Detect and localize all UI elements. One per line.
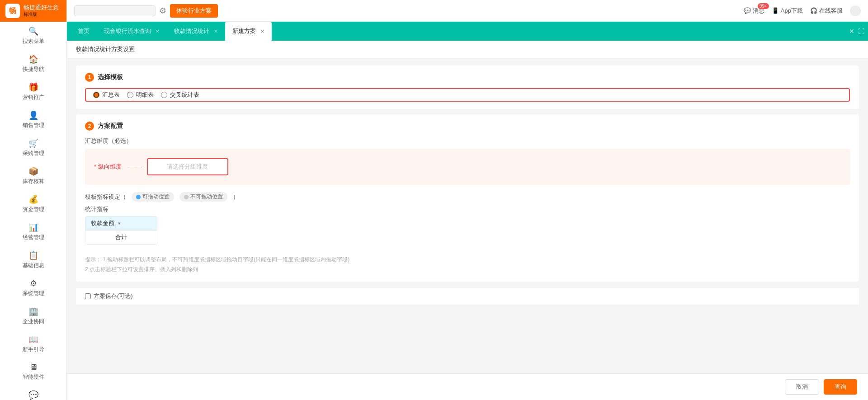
- sidebar-item-system[interactable]: ⚙系统管理: [0, 274, 66, 302]
- save-checkbox[interactable]: [85, 293, 91, 299]
- sidebar-item-hardware[interactable]: 🖥智能硬件: [0, 358, 66, 386]
- sidebar-item-label-nav: 快捷导航: [23, 66, 44, 73]
- indicator-column-header[interactable]: 收款金额 ▾: [85, 216, 157, 231]
- sidebar-item-search[interactable]: 🔍搜索菜单: [0, 22, 66, 50]
- app-label: App下载: [781, 7, 803, 15]
- radio-summary-input[interactable]: [93, 92, 99, 98]
- gear-button[interactable]: ⚙: [159, 6, 166, 16]
- radio-cross-input[interactable]: [161, 92, 167, 98]
- non-draggable-badge: 不可拖动位置: [179, 192, 227, 202]
- tab-bank-close[interactable]: ✕: [156, 28, 160, 34]
- tab-new-plan[interactable]: 新建方案 ✕: [225, 22, 272, 41]
- service-label: 在线客服: [819, 7, 843, 15]
- page-header: 收款情况统计方案设置: [67, 41, 868, 58]
- try-industry-button[interactable]: 体验行业方案: [170, 4, 218, 18]
- sidebar-item-purchase[interactable]: 🛒采购管理: [0, 134, 66, 162]
- sidebar-item-nav[interactable]: 🏠快捷导航: [0, 50, 66, 78]
- indicator-title-text: 模板指标设定（: [85, 193, 126, 201]
- service-icon: 🎧: [810, 7, 817, 14]
- arrow-label: ——: [127, 163, 142, 171]
- sidebar-item-wechat[interactable]: 💬企业微信: [0, 386, 66, 400]
- nav-tabs: 首页 现金银行流水查询 ✕ 收款情况统计 ✕ 新建方案 ✕ ✕ ⛶: [67, 22, 868, 41]
- sidebar-item-sales[interactable]: 👤销售管理: [0, 106, 66, 134]
- content-area: 收款情况统计方案设置 1 选择模板 汇总表 明细表: [67, 41, 868, 400]
- sidebar-item-label-basic: 基础信息: [23, 262, 44, 269]
- service-button[interactable]: 🎧 在线客服: [810, 7, 843, 15]
- dimension-selector[interactable]: 请选择分组维度: [147, 158, 228, 175]
- sidebar-item-inventory[interactable]: 📦库存核算: [0, 162, 66, 190]
- sidebar-item-finance[interactable]: 💰资金管理: [0, 190, 66, 218]
- logo-title: 畅捷通好生意: [24, 4, 59, 11]
- hardware-icon: 🖥: [29, 362, 38, 372]
- section-config: 2 方案配置 汇总维度（必选） * 纵向维度 —— 请选择分组维度: [76, 114, 859, 282]
- page-body: 1 选择模板 汇总表 明细表 交叉统计表: [67, 58, 868, 373]
- purchase-icon: 🛒: [28, 138, 38, 148]
- indicator-table: 收款金额 ▾ 合计: [85, 216, 157, 245]
- close-window-icon[interactable]: ✕: [849, 28, 854, 35]
- radio-detail-input[interactable]: [127, 92, 133, 98]
- sidebar: 畅 畅捷通好生意 标准版 🔍搜索菜单🏠快捷导航🎁营销推广👤销售管理🛒采购管理📦库…: [0, 0, 67, 400]
- radio-summary[interactable]: 汇总表: [93, 91, 120, 99]
- message-badge: 99+: [758, 3, 769, 9]
- radio-cross[interactable]: 交叉统计表: [161, 91, 199, 99]
- section-num-1: 1: [85, 73, 94, 82]
- sidebar-item-label-operation: 经营管理: [23, 234, 44, 241]
- save-checkbox-label[interactable]: 方案保存(可选): [85, 292, 133, 300]
- footer-buttons: 取消 查询: [67, 373, 868, 400]
- query-button[interactable]: 查询: [824, 379, 857, 395]
- dimension-area: * 纵向维度 —— 请选择分组维度: [85, 149, 850, 185]
- message-icon: 💬: [744, 7, 751, 14]
- section-template: 1 选择模板 汇总表 明细表 交叉统计表: [76, 66, 859, 109]
- sidebar-item-corp[interactable]: 🏢企业协同: [0, 302, 66, 330]
- page-title: 收款情况统计方案设置: [76, 46, 135, 52]
- save-label-text: 方案保存(可选): [94, 292, 133, 300]
- message-button[interactable]: 💬 99+ 消息: [744, 7, 764, 15]
- search-icon: 🔍: [28, 26, 38, 36]
- tab-home[interactable]: 首页: [71, 22, 97, 41]
- sidebar-item-guide[interactable]: 📖新手引导: [0, 330, 66, 358]
- sidebar-item-label-sales: 销售管理: [23, 122, 44, 129]
- main-area: ⚙ 体验行业方案 💬 99+ 消息 📱 App下载 🎧 在线客服 首: [67, 0, 868, 400]
- app-icon: 📱: [772, 7, 779, 14]
- chevron-down-icon[interactable]: ▾: [118, 221, 121, 226]
- draggable-label: 可拖动位置: [142, 193, 170, 201]
- nav-icon: 🏠: [28, 54, 38, 64]
- corp-icon: 🏢: [28, 306, 38, 316]
- sidebar-item-marketing[interactable]: 🎁营销推广: [0, 78, 66, 106]
- radio-detail[interactable]: 明细表: [127, 91, 154, 99]
- section-config-label: 方案配置: [98, 122, 123, 130]
- tab-receivable[interactable]: 收款情况统计 ✕: [167, 22, 225, 41]
- sidebar-item-basic[interactable]: 📋基础信息: [0, 246, 66, 274]
- dimension-subtitle: 汇总维度（必选）: [85, 137, 850, 145]
- app-download-button[interactable]: 📱 App下载: [772, 7, 803, 15]
- draggable-dot: [136, 195, 141, 199]
- top-header: ⚙ 体验行业方案 💬 99+ 消息 📱 App下载 🎧 在线客服: [67, 0, 868, 22]
- wechat-icon: 💬: [28, 390, 38, 400]
- dimension-row: * 纵向维度 —— 请选择分组维度: [94, 158, 228, 175]
- sidebar-item-label-inventory: 库存核算: [23, 178, 44, 185]
- sidebar-item-label-purchase: 采购管理: [23, 150, 44, 157]
- sales-icon: 👤: [28, 110, 38, 120]
- indicator-close-paren: ）: [233, 193, 239, 201]
- save-option-bar: 方案保存(可选): [76, 287, 859, 305]
- tab-receivable-close[interactable]: ✕: [214, 28, 218, 34]
- radio-detail-label: 明细表: [136, 91, 154, 99]
- sidebar-item-operation[interactable]: 📊经营管理: [0, 218, 66, 246]
- dimension-subsection: 汇总维度（必选） * 纵向维度 —— 请选择分组维度: [85, 137, 850, 185]
- expand-window-icon[interactable]: ⛶: [858, 28, 864, 35]
- sidebar-item-label-corp: 企业协同: [23, 318, 44, 325]
- sidebar-item-label-hardware: 智能硬件: [23, 373, 44, 381]
- sidebar-item-label-guide: 新手引导: [23, 346, 44, 353]
- operation-icon: 📊: [28, 222, 38, 232]
- tab-receivable-label: 收款情况统计: [174, 27, 209, 35]
- tab-bank[interactable]: 现金银行流水查询 ✕: [97, 22, 167, 41]
- section-config-title: 2 方案配置: [85, 122, 850, 131]
- tab-new-plan-close[interactable]: ✕: [260, 28, 264, 34]
- sidebar-item-label-system: 系统管理: [23, 290, 44, 297]
- user-avatar[interactable]: [850, 5, 861, 16]
- breadcrumb-input[interactable]: [74, 5, 156, 16]
- cancel-button[interactable]: 取消: [785, 379, 819, 395]
- radio-cross-label: 交叉统计表: [170, 91, 199, 99]
- logo-icon: 畅: [5, 4, 20, 18]
- hints-section: 提示： 1.拖动标题栏可以调整布局，不可跨维度或指标区域拖动目字段(只能在同一维…: [85, 255, 850, 274]
